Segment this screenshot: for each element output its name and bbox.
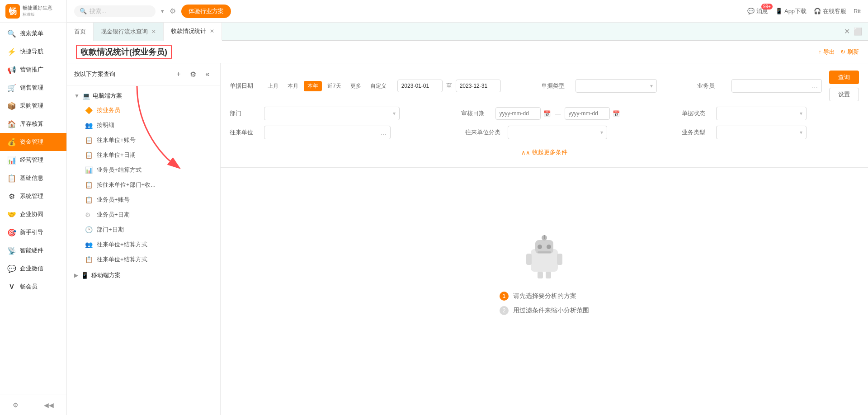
panel-add-button[interactable]: +: [173, 69, 184, 80]
date-tab-this-month[interactable]: 本月: [284, 81, 302, 91]
tab-close-window-icon[interactable]: ✕: [844, 27, 850, 36]
sidebar-item-sales[interactable]: 🛒 销售管理: [0, 79, 66, 97]
scheme-item-unit-settlement2[interactable]: 📋 往来单位+结算方式: [78, 252, 217, 267]
sidebar-item-guide[interactable]: 🎯 新手引导: [0, 223, 66, 241]
sidebar-item-shortcut[interactable]: ⚡ 快捷导航: [0, 42, 66, 61]
audit-date-to-icon[interactable]: 📅: [612, 110, 621, 117]
sidebar-item-label: 营销推广: [20, 66, 43, 74]
sidebar-item-marketing[interactable]: 📢 营销推广: [0, 61, 66, 79]
scheme-item-by-detail[interactable]: 👥 按明细: [78, 118, 217, 132]
doc-status-select[interactable]: ▾: [716, 107, 807, 120]
date-tab-custom[interactable]: 自定义: [367, 81, 390, 91]
audit-date-to-input[interactable]: [565, 107, 610, 120]
audit-date-from-icon[interactable]: 📅: [542, 110, 552, 117]
sidebar-item-label: 基础信息: [20, 174, 43, 182]
sidebar-item-enterprise[interactable]: 🤝 企业协同: [0, 205, 66, 223]
date-tab-7days[interactable]: 近7天: [324, 81, 345, 91]
tab-expand-icon[interactable]: ⬜: [854, 27, 863, 36]
partner-category-select[interactable]: ▾: [508, 126, 607, 139]
operation-icon: 📊: [7, 156, 16, 165]
sidebar-item-operation[interactable]: 📊 经营管理: [0, 151, 66, 169]
doc-type-select[interactable]: ▾: [576, 79, 657, 93]
online-service-button[interactable]: 🎧 在线客服: [814, 7, 846, 15]
scheme-item-unit-account[interactable]: 📋 往来单位+账号: [78, 133, 217, 147]
scheme-item-dept-date[interactable]: 🕐 部门+日期: [78, 222, 217, 237]
business-type-select[interactable]: ▾: [716, 126, 807, 139]
business-type-dropdown-icon: ▾: [800, 129, 802, 136]
sidebar-item-basic[interactable]: 📋 基础信息: [0, 169, 66, 187]
sidebar-item-hardware[interactable]: 📡 智能硬件: [0, 241, 66, 259]
content-area: 按以下方案查询 + ⚙ « ▼ 💻 电脑端方案 🔶: [67, 63, 868, 415]
refresh-button[interactable]: ↻ 刷新: [840, 48, 859, 56]
partner-select[interactable]: ...: [264, 126, 391, 139]
sidebar-item-label: 销售管理: [20, 84, 43, 92]
scheme-item-salesperson-settlement[interactable]: 📊 业务员+结算方式: [78, 163, 217, 177]
salesperson-label: 业务员: [697, 82, 724, 90]
date-tab-this-year[interactable]: 本年: [304, 81, 322, 91]
expand-icon: ▼: [74, 93, 80, 99]
scheme-item-salesperson-account[interactable]: 📋 业务员+账号: [78, 193, 217, 207]
online-service-label: 在线客服: [823, 7, 846, 15]
scheme-item-unit-date[interactable]: 📋 往来单位+日期: [78, 148, 217, 162]
sidebar-item-system[interactable]: ⚙ 系统管理: [0, 187, 66, 205]
industry-solution-button[interactable]: 体验行业方案: [181, 5, 231, 18]
global-search-input[interactable]: 🔍 搜索...: [74, 5, 156, 17]
scheme-item-label: 业务员+账号: [97, 196, 130, 204]
svg-rect-10: [544, 235, 545, 239]
sidebar-item-member[interactable]: V 畅会员: [0, 278, 66, 296]
tab-close-icon[interactable]: ✕: [151, 28, 156, 35]
sidebar-collapse-btn[interactable]: ◀◀: [39, 399, 58, 411]
tab-bank-flow[interactable]: 现金银行流水查询 ✕: [94, 23, 164, 41]
scheme-item-salesperson-date[interactable]: ⚙ 业务员+日期: [78, 208, 217, 222]
audit-date-from-input[interactable]: [495, 107, 541, 120]
sidebar-item-purchase[interactable]: 📦 采购管理: [0, 97, 66, 115]
sidebar-item-wechat[interactable]: 💬 企业微信: [0, 259, 66, 278]
date-from-input[interactable]: [397, 80, 443, 92]
step-2-label: 用过滤条件来缩小分析范围: [513, 307, 589, 315]
tab-home[interactable]: 首页: [67, 23, 94, 41]
topbar-gear-icon[interactable]: ⚙: [170, 7, 176, 15]
query-button[interactable]: 查询: [829, 71, 859, 84]
tree-group-mobile: ▶ 📱 移动端方案: [67, 269, 220, 282]
partner-more-icon[interactable]: ...: [381, 128, 387, 137]
tab-close-icon[interactable]: ✕: [210, 28, 214, 34]
scheme-item-unit-settlement1[interactable]: 👥 往来单位+结算方式: [78, 237, 217, 252]
panel-settings-button[interactable]: ⚙: [188, 69, 198, 80]
sidebar-settings-btn[interactable]: ⚙: [8, 399, 23, 411]
sidebar-item-search[interactable]: 🔍 搜索菜单: [0, 24, 66, 42]
right-panel: 单据日期 上月 本月 本年 近7天 更多 自定义 至: [221, 63, 868, 415]
salesperson-more-icon[interactable]: ...: [812, 82, 818, 90]
sidebar-item-label: 库存核算: [20, 120, 43, 128]
date-to-input[interactable]: [456, 80, 501, 92]
settings-button[interactable]: 设置: [829, 88, 859, 101]
scheme-item-by-salesperson[interactable]: 🔶 按业务员: [78, 103, 217, 118]
export-label: 导出: [823, 48, 835, 56]
date-tab-more[interactable]: 更多: [347, 81, 365, 91]
topbar-dropdown-icon[interactable]: ▾: [161, 8, 164, 14]
enterprise-icon: 🤝: [7, 210, 16, 219]
sidebar-item-finance[interactable]: 💰 资金管理: [0, 133, 66, 151]
tab-bank-flow-label: 现金银行流水查询: [101, 28, 148, 36]
tab-receipts[interactable]: 收款情况统计 ✕: [164, 23, 222, 41]
tab-home-label: 首页: [74, 28, 86, 36]
scheme-icon: 📊: [85, 166, 93, 174]
filter-actions: 查询 设置: [829, 71, 859, 101]
empty-step-2: 2 用过滤条件来缩小分析范围: [500, 306, 589, 315]
message-badge: 99+: [761, 4, 773, 9]
user-avatar[interactable]: Rit: [854, 8, 861, 14]
panel-collapse-button[interactable]: «: [202, 69, 213, 80]
export-button[interactable]: ↑ 导出: [819, 48, 835, 56]
scheme-item-unit-dept[interactable]: 📋 按往来单位+部门+收...: [78, 178, 217, 192]
message-button[interactable]: 💬 消息 99+: [747, 7, 768, 15]
dept-select[interactable]: ▾: [264, 107, 400, 120]
sidebar-item-label: 搜索菜单: [20, 29, 43, 38]
app-download-button[interactable]: 📱 App下载: [775, 7, 807, 15]
date-tab-last-month[interactable]: 上月: [264, 81, 282, 91]
scheme-icon: 🕐: [85, 226, 93, 233]
sidebar-item-inventory[interactable]: 🏠 库存核算: [0, 115, 66, 133]
audit-date-group: 📅 — 📅: [495, 107, 621, 120]
salesperson-select[interactable]: ...: [731, 79, 822, 93]
tree-group-desktop-header[interactable]: ▼ 💻 电脑端方案: [67, 89, 220, 103]
collapse-conditions-button[interactable]: ∧∧ 收起更多条件: [518, 145, 571, 160]
tree-group-mobile-header[interactable]: ▶ 📱 移动端方案: [67, 269, 220, 282]
